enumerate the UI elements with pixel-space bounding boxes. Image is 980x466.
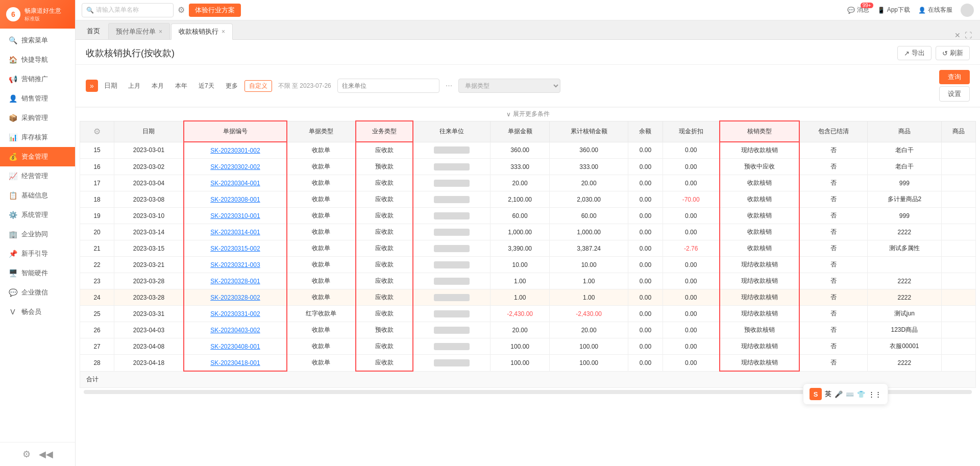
search-icon: 🔍 — [86, 7, 94, 14]
sidebar-item-basic[interactable]: 📋基础信息 — [0, 186, 75, 205]
sidebar-item-member[interactable]: V畅会员 — [0, 302, 75, 322]
sidebar-item-nav[interactable]: 🏠快捷导航 — [0, 50, 75, 69]
th-goods2: 商品 — [941, 121, 975, 142]
overlay-s-icon: S — [810, 388, 822, 400]
gear-icon[interactable]: ⚙ — [178, 5, 185, 15]
overlay-grid-icon[interactable]: ⋮⋮ — [868, 390, 881, 398]
industry-btn[interactable]: 体验行业方案 — [189, 4, 241, 17]
sidebar-label-hardware: 智能硬件 — [21, 268, 48, 278]
sidebar-item-wechat[interactable]: 💬企业微信 — [0, 283, 75, 302]
msg-icon: 💬 — [847, 7, 855, 14]
sidebar-logo-text: 畅康道好生意 标准版 — [24, 7, 61, 22]
th-gear[interactable]: ⚙ — [80, 121, 114, 142]
settings-btn[interactable]: 设置 — [939, 86, 970, 102]
purchase-icon: 📦 — [8, 114, 17, 122]
search-icon: 🔍 — [8, 36, 17, 44]
filter-toggle-btn[interactable]: » — [86, 80, 98, 92]
tab-receipt-close[interactable]: × — [222, 28, 225, 35]
service-btn[interactable]: 👤 在线客服 — [918, 6, 952, 14]
table-header-row: ⚙ 日期 单据编号 单据类型 业务类型 往来单位 单据金额 累计核销金额 余额 … — [80, 121, 976, 142]
expand-more-bar: ∨ 展开更多条件 — [76, 107, 980, 120]
sidebar-label-enterprise: 企业协同 — [21, 230, 48, 239]
guide-icon: 📌 — [8, 250, 17, 258]
refresh-btn[interactable]: ↺ 刷新 — [936, 46, 970, 60]
sidebar-item-operation[interactable]: 📈经营管理 — [0, 166, 75, 186]
msg-btn[interactable]: 💬 消息 99+ — [847, 6, 869, 14]
tab-receipt[interactable]: 收款核销执行 × — [171, 23, 233, 40]
sidebar-item-sales[interactable]: 👤销售管理 — [0, 89, 75, 108]
sidebar-item-purchase[interactable]: 📦采购管理 — [0, 108, 75, 128]
overlay-keyboard-icon[interactable]: ⌨️ — [846, 390, 854, 398]
date-7days[interactable]: 近7天 — [194, 80, 219, 92]
sidebar-item-enterprise[interactable]: 🏢企业协同 — [0, 225, 75, 244]
sidebar-label-search: 搜索菜单 — [21, 36, 48, 45]
date-prev-month[interactable]: 上月 — [124, 80, 145, 92]
export-icon: ↗ — [904, 50, 910, 57]
sidebar-label-nav: 快捷导航 — [21, 55, 48, 64]
th-balance: 余额 — [628, 121, 663, 142]
expand-icon: ∨ — [506, 111, 511, 118]
tab-expand-icon[interactable]: ⛶ — [965, 31, 972, 39]
th-biz-type: 业务类型 — [356, 121, 413, 142]
table-row: 16 2023-03-02 SK-20230302-002 收款单 预收款 33… — [80, 159, 976, 175]
sales-icon: 👤 — [8, 94, 17, 103]
date-options: 上月 本月 本年 近7天 更多 自定义 — [124, 80, 272, 92]
sidebar-label-finance: 资金管理 — [21, 152, 48, 161]
search-input[interactable]: 🔍 请输入菜单名称 — [82, 3, 174, 17]
table-row: 26 2023-04-03 SK-20230403-002 收款单 预收款 20… — [80, 322, 976, 338]
table-row: 28 2023-04-18 SK-20230418-001 收款单 应收款 10… — [80, 355, 976, 372]
sidebar-item-guide[interactable]: 📌新手引导 — [0, 244, 75, 263]
page-actions: ↗ 导出 ↺ 刷新 — [897, 46, 970, 60]
tab-prepay-close[interactable]: × — [159, 28, 162, 35]
table-row: 27 2023-04-08 SK-20230408-001 收款单 应收款 10… — [80, 338, 976, 355]
sidebar-item-search[interactable]: 🔍搜索菜单 — [0, 31, 75, 50]
collapse-icon[interactable]: ◀◀ — [37, 447, 55, 462]
type-filter: 单据类型 — [458, 79, 560, 93]
sidebar-item-inventory[interactable]: 📊库存核算 — [0, 128, 75, 147]
expand-more-btn[interactable]: ∨ 展开更多条件 — [506, 110, 550, 118]
query-btn[interactable]: 查询 — [939, 70, 970, 84]
topbar: 🔍 请输入菜单名称 ⚙ 体验行业方案 💬 消息 99+ 📱 App下载 👤 在线… — [76, 0, 980, 20]
sidebar-item-marketing[interactable]: 📢营销推广 — [0, 69, 75, 89]
sidebar-item-finance[interactable]: 💰资金管理 — [0, 147, 75, 166]
th-bill-no: 单据编号 — [184, 121, 287, 142]
table-row: 19 2023-03-10 SK-20230310-001 收款单 应收款 60… — [80, 208, 976, 224]
overlay-shirt-icon[interactable]: 👕 — [857, 390, 865, 398]
type-select[interactable]: 单据类型 — [458, 79, 560, 93]
unit-input[interactable] — [337, 79, 439, 93]
date-this-year[interactable]: 本年 — [170, 80, 192, 92]
hardware-icon: 🖥️ — [8, 269, 17, 277]
table-row: 24 2023-03-28 SK-20230328-002 收款单 应收款 1.… — [80, 289, 976, 306]
sidebar-bottom: ⚙ ◀◀ — [0, 442, 75, 466]
overlay-mic-icon[interactable]: 🎤 — [835, 390, 843, 398]
sidebar-item-hardware[interactable]: 🖥️智能硬件 — [0, 263, 75, 283]
wechat-icon: 💬 — [8, 288, 17, 297]
tab-home[interactable]: 首页 — [80, 23, 107, 39]
topbar-right: 💬 消息 99+ 📱 App下载 👤 在线客服 — [847, 4, 974, 17]
export-btn[interactable]: ↗ 导出 — [897, 46, 932, 60]
sidebar-logo-icon: 6 — [6, 7, 20, 21]
finance-icon: 💰 — [8, 153, 17, 161]
app-icon: 📱 — [877, 7, 885, 14]
search-placeholder: 请输入菜单名称 — [96, 6, 139, 14]
more-dots[interactable]: ··· — [446, 81, 452, 90]
table-row: 17 2023-03-04 SK-20230304-001 收款单 应收款 20… — [80, 175, 976, 191]
tab-close-all-icon[interactable]: ✕ — [954, 31, 961, 39]
sidebar-label-sales: 销售管理 — [21, 94, 48, 103]
unit-filter — [337, 79, 439, 93]
table-row: 22 2023-03-21 SK-20230321-003 收款单 应收款 10… — [80, 257, 976, 273]
overlay-text: 英 — [825, 389, 831, 399]
date-more[interactable]: 更多 — [221, 80, 242, 92]
date-custom[interactable]: 自定义 — [244, 80, 272, 92]
th-amount: 单据金额 — [491, 121, 550, 142]
app-btn[interactable]: 📱 App下载 — [877, 6, 910, 14]
sidebar-item-system[interactable]: ⚙️系统管理 — [0, 205, 75, 225]
filter-bar: » 日期 上月 本月 本年 近7天 更多 自定义 不限 至 2023-07-26… — [76, 65, 980, 107]
operation-icon: 📈 — [8, 172, 17, 180]
date-this-month[interactable]: 本月 — [147, 80, 168, 92]
sidebar-label-wechat: 企业微信 — [21, 288, 48, 297]
avatar[interactable] — [961, 4, 974, 17]
member-icon: V — [8, 308, 17, 316]
tab-prepay[interactable]: 预付单应付单 × — [108, 23, 170, 39]
settings-icon[interactable]: ⚙ — [20, 447, 33, 462]
